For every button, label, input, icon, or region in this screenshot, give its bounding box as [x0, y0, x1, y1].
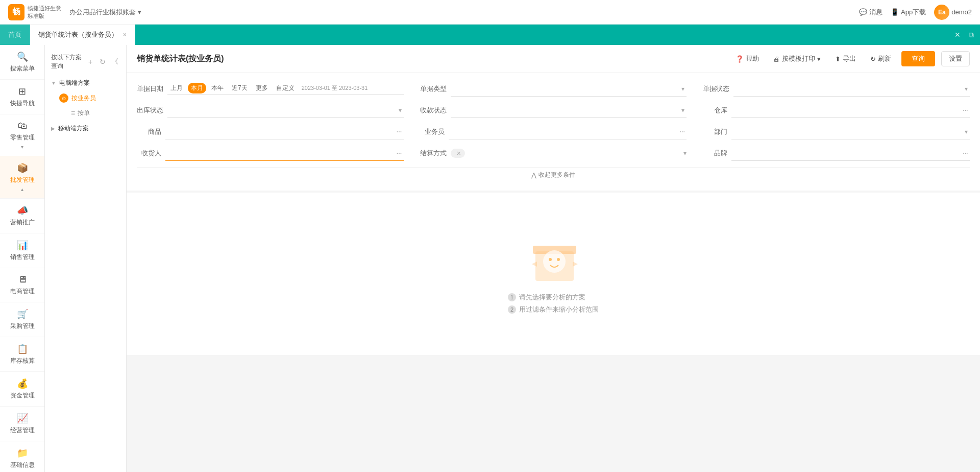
settings-btn[interactable]: 设置: [941, 51, 970, 66]
sidebar-label-retail: 零售管理: [10, 133, 35, 142]
pc-group-label: 电脑端方案: [59, 79, 90, 87]
hint-text-1: 请先选择要分析的方案: [519, 293, 585, 302]
brand-dots-icon[interactable]: ···: [963, 149, 968, 158]
ecommerce-icon: 🖥: [18, 274, 27, 285]
plan-group-mobile-header[interactable]: ▶ 移动端方案: [45, 121, 126, 136]
app-download-icon: 📱: [891, 8, 899, 16]
sidebar-item-shortcut[interactable]: ⊞ 快捷导航: [0, 80, 44, 114]
filter-field-brand: 品牌 ···: [703, 146, 970, 161]
date-current-month-btn[interactable]: 本月: [188, 83, 206, 93]
basic-icon: 📁: [17, 447, 28, 459]
doc-type-input[interactable]: [451, 81, 687, 97]
plan-group-pc-header[interactable]: ▼ 电脑端方案: [45, 76, 126, 90]
sub-refresh-btn[interactable]: ↻: [97, 57, 108, 67]
svg-point-2: [543, 250, 566, 273]
out-status-input[interactable]: [167, 103, 404, 118]
mobile-group-toggle: ▶: [51, 126, 55, 131]
sidebar-item-inventory[interactable]: 📋 库存核算: [0, 337, 44, 372]
out-status-wrap: ▾: [167, 103, 404, 118]
warehouse-label: 仓库: [703, 106, 731, 115]
department-wrap: ▾: [731, 124, 970, 139]
department-label: 部门: [703, 127, 731, 136]
tab-bar: 首页 销货单统计表（按业务员） × ✕ ⧉: [0, 25, 980, 45]
salesperson-dots-icon[interactable]: ···: [679, 127, 684, 136]
warehouse-input[interactable]: [731, 103, 970, 118]
sidebar-item-operation[interactable]: 📈 经营管理: [0, 407, 44, 441]
product-input[interactable]: [165, 124, 404, 139]
logo-line2: 标准版: [28, 12, 61, 19]
plan-item-by-salesperson[interactable]: ⊙ 按业务员: [45, 90, 126, 106]
message-btn[interactable]: 💬 消息: [859, 8, 883, 17]
payment-tag-close-btn[interactable]: ×: [457, 150, 461, 157]
retail-icon: 🛍: [18, 121, 27, 131]
add-icon: +: [88, 58, 92, 66]
pc-group-toggle: ▼: [51, 80, 56, 86]
date-current-year-btn[interactable]: 本年: [208, 83, 227, 93]
collapse-more-btn[interactable]: ⋀ 收起更多条件: [137, 167, 970, 182]
date-more-btn[interactable]: 更多: [253, 83, 271, 93]
doc-type-label: 单据类型: [420, 84, 451, 93]
filter-row-4: 收货人 ··· 结算方式 ×: [137, 146, 970, 161]
salesperson-plan-icon: ⊙: [59, 93, 68, 103]
sidebar-item-purchase[interactable]: 🛒 采购管理: [0, 302, 44, 337]
industry-label: 办公用品行业模拟账套: [69, 8, 136, 17]
sidebar-item-wholesale[interactable]: 📦 批发管理 ▴: [0, 156, 44, 199]
date-prev-month-btn[interactable]: 上月: [167, 83, 186, 93]
tab-home[interactable]: 首页: [0, 25, 30, 45]
print-btn[interactable]: 🖨 按模板打印 ▾: [769, 52, 825, 65]
tab-restore-icon[interactable]: ⧉: [967, 29, 976, 41]
order-plan-icon: ≡: [68, 108, 78, 117]
sidebar-item-search[interactable]: 🔍 搜索菜单: [0, 45, 44, 80]
print-label: 按模板打印: [782, 54, 815, 63]
sub-collapse-btn[interactable]: 《: [110, 57, 120, 67]
export-btn[interactable]: ⬆ 导出: [831, 52, 860, 65]
tab-close-all-icon[interactable]: ✕: [952, 29, 963, 41]
date-custom-btn[interactable]: 自定义: [273, 83, 298, 93]
sidebar-item-finance[interactable]: 💰 资金管理: [0, 372, 44, 407]
sidebar-item-ecommerce[interactable]: 🖥 电商管理: [0, 268, 44, 302]
sidebar-item-retail[interactable]: 🛍 零售管理 ▾: [0, 114, 44, 156]
sidebar-item-basic[interactable]: 📁 基础信息: [0, 441, 44, 472]
plan-subitem-by-order[interactable]: ≡ 按单: [45, 106, 126, 120]
receipt-status-input[interactable]: [451, 103, 687, 118]
svg-point-3: [549, 258, 552, 261]
app-download-btn[interactable]: 📱 App下载: [891, 8, 926, 17]
filter-field-product: 商品 ···: [137, 124, 404, 139]
filter-row-2: 出库状态 ▾ 收款状态 ▾: [137, 103, 970, 118]
top-header: 畅 畅捷通好生意 标准版 办公用品行业模拟账套 ▾ 💬 消息 📱 App下载 E…: [0, 0, 980, 25]
collapse-label: 收起更多条件: [538, 171, 575, 179]
plan-group-mobile: ▶ 移动端方案: [45, 121, 126, 136]
page-header-actions: ❓ 帮助 🖨 按模板打印 ▾ ⬆ 导出 ↻ 刷新: [731, 51, 970, 66]
avatar-initials: Ea: [938, 9, 946, 16]
department-input[interactable]: [731, 124, 970, 139]
sidebar-item-marketing[interactable]: 📣 营销推广: [0, 199, 44, 233]
help-btn[interactable]: ❓ 帮助: [731, 52, 763, 65]
doc-status-chevron-icon: ▾: [965, 85, 968, 92]
sub-sidebar-actions: + ↻ 《: [85, 57, 120, 67]
product-dots-icon[interactable]: ···: [396, 127, 401, 136]
doc-status-input[interactable]: [733, 81, 970, 97]
logo-area: 畅 畅捷通好生意 标准版: [8, 4, 61, 20]
date-last7-btn[interactable]: 近7天: [229, 83, 251, 93]
header-left: 畅 畅捷通好生意 标准版 办公用品行业模拟账套 ▾: [8, 4, 145, 20]
receipt-status-wrap: ▾: [451, 103, 687, 118]
tab-close-icon[interactable]: ×: [123, 31, 127, 38]
salesperson-input[interactable]: [449, 124, 687, 139]
sub-add-btn[interactable]: +: [85, 57, 95, 67]
wholesale-arrow: ▴: [21, 186, 23, 192]
out-status-chevron-icon: ▾: [399, 107, 402, 114]
sub-sidebar-title: 按以下方案查询: [51, 53, 85, 70]
tab-home-label: 首页: [8, 30, 21, 39]
consignee-input[interactable]: [165, 146, 404, 161]
industry-selector[interactable]: 办公用品行业模拟账套 ▾: [65, 6, 145, 19]
brand-input[interactable]: [731, 146, 970, 161]
warehouse-dots-icon[interactable]: ···: [963, 106, 968, 115]
mobile-group-label: 移动端方案: [58, 124, 89, 133]
refresh-btn[interactable]: ↻ 刷新: [866, 52, 895, 65]
user-area[interactable]: Ea demo2: [934, 5, 972, 20]
collapse-icon: 《: [111, 57, 118, 66]
tab-report[interactable]: 销货单统计表（按业务员） ×: [30, 25, 135, 45]
sidebar-item-sales[interactable]: 📊 销售管理: [0, 233, 44, 268]
consignee-dots-icon[interactable]: ···: [396, 149, 401, 158]
query-btn[interactable]: 查询: [901, 51, 935, 66]
